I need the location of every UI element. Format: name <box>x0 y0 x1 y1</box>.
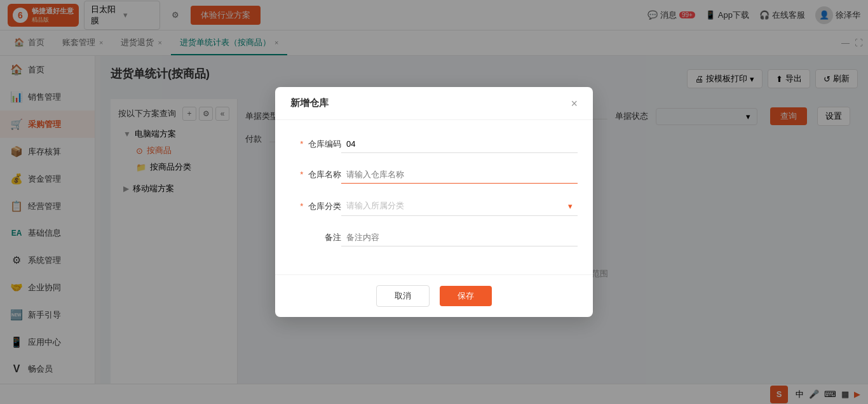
modal-overlay[interactable]: 新增仓库 × * 仓库编码 * 仓库名称 * 仓库分 <box>0 0 868 404</box>
form-row-name: * 仓库名称 <box>290 166 578 184</box>
form-row-category: * 仓库分类 请输入所属分类 ▾ <box>290 196 578 216</box>
modal-title: 新增仓库 <box>290 97 329 109</box>
name-label: * 仓库名称 <box>290 169 341 180</box>
warehouse-name-input[interactable] <box>341 166 578 184</box>
category-placeholder: 请输入所属分类 <box>346 200 568 212</box>
category-label: * 仓库分类 <box>290 201 341 212</box>
modal-close-button[interactable]: × <box>571 98 578 109</box>
form-row-code: * 仓库编码 <box>290 135 578 153</box>
code-label: * 仓库编码 <box>290 138 341 150</box>
warehouse-code-input[interactable] <box>341 135 578 153</box>
modal-body: * 仓库编码 * 仓库名称 * 仓库分类 请输入所属分类 ▾ <box>275 120 593 274</box>
category-select-wrapper[interactable]: 请输入所属分类 ▾ <box>341 196 578 216</box>
chevron-down-icon: ▾ <box>568 201 573 211</box>
cancel-button[interactable]: 取消 <box>376 285 430 307</box>
form-row-remark: 备注 <box>290 229 578 246</box>
modal-header: 新增仓库 × <box>275 87 593 120</box>
remark-label: 备注 <box>290 232 341 243</box>
save-button[interactable]: 保存 <box>440 286 492 306</box>
remark-input[interactable] <box>341 229 578 246</box>
add-warehouse-modal: 新增仓库 × * 仓库编码 * 仓库名称 * 仓库分 <box>275 87 593 317</box>
modal-footer: 取消 保存 <box>275 274 593 317</box>
